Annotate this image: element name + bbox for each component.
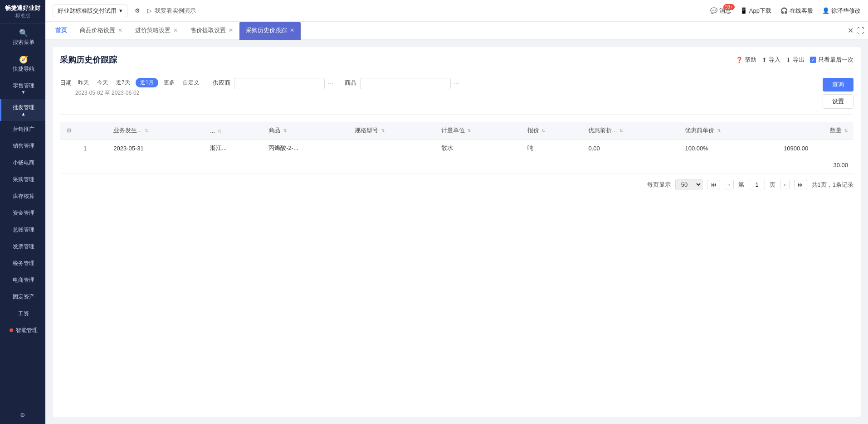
main-content: 好业财标准版交付试用 ▾ ⚙ ▷ 我要看实例演示 💬 消息 99+ 📱 App下… [45,0,868,424]
page-first-button[interactable]: ⏮ [707,180,720,189]
tab-close-extract[interactable]: ✕ [229,27,233,34]
sidebar-item-ecommerce-small[interactable]: 小畅电商 [0,154,45,171]
sidebar-item-tax[interactable]: 税务管理 [0,255,45,272]
sidebar-item-wholesale[interactable]: 批发管理 ▲ [0,99,45,121]
sidebar-item-finance[interactable]: 资金管理 [0,205,45,222]
date-yesterday[interactable]: 昨天 [75,78,92,87]
sidebar-item-sales[interactable]: 销售管理 [0,138,45,154]
gear-settings[interactable]: ⚙ [135,7,140,14]
col-seq [78,122,108,140]
row-seq: 1 [78,140,108,157]
query-button[interactable]: 查询 [823,78,853,92]
date-7days[interactable]: 近7天 [113,78,133,87]
user-menu[interactable]: 👤 徐泽华修改 [822,7,861,15]
date-custom[interactable]: 自定义 [180,78,202,87]
date-today[interactable]: 今天 [94,78,111,87]
col-discount[interactable]: 优惠前折... ⇅ [583,122,679,140]
row-settings [60,140,78,157]
sidebar-item-retail[interactable]: 零售管理 ▼ [0,77,45,99]
col-quantity[interactable]: 数量 ⇅ [778,122,853,140]
sidebar-item-inventory[interactable]: 库存核算 [0,188,45,205]
sidebar-item-search[interactable]: 🔍 搜索菜单 [0,24,45,51]
only-last-checkbox[interactable]: ✓ 只看最后一次 [810,56,853,64]
sidebar-item-invoice[interactable]: 发票管理 [0,238,45,255]
sort-icon: ⇅ [541,128,545,133]
table-header: ⚙ 业务发生... ⇅ ... ⇅ 商品 ⇅ [60,122,853,140]
tab-expand-button[interactable]: ⛶ [857,27,864,35]
tab-home[interactable]: 首页 [49,22,73,40]
sidebar-item-assets[interactable]: 固定资产 [0,289,45,305]
goods-label: 商品 [345,79,356,87]
page-prev-button[interactable]: ‹ [725,180,734,189]
help-link[interactable]: ❓ 帮助 [736,56,756,64]
date-more[interactable]: 更多 [161,78,177,87]
app-download-link[interactable]: 📱 App下载 [740,7,771,15]
user-avatar-icon: 👤 [822,7,829,14]
sidebar-item-smart[interactable]: 智能管理 [0,322,45,339]
date-range-text: 2023-05-02 至 2023-06-02 [75,89,202,97]
filter-actions: 查询 设置 [823,78,853,109]
page-last-button[interactable]: ⏭ [794,180,807,189]
goods-more-icon[interactable]: ··· [454,80,459,88]
page-content: 采购历史价跟踪 ❓ 帮助 ⬆ 导入 ⬇ 导出 ✓ [45,40,868,424]
page-next-button[interactable]: › [780,180,789,189]
table-header-row: ⚙ 业务发生... ⇅ ... ⇅ 商品 ⇅ [60,122,853,140]
tab-extract[interactable]: 售价提取设置 ✕ [184,22,239,40]
col-biz-date[interactable]: 业务发生... ⇅ [108,122,205,140]
supplier-more-icon[interactable]: ··· [327,80,333,88]
tab-close-track[interactable]: ✕ [290,27,294,34]
import-icon: ⬆ [762,57,767,63]
tab-close-button[interactable]: ✕ [848,26,853,35]
col-more[interactable]: ... ⇅ [205,122,263,140]
goods-input[interactable] [360,78,451,89]
date-label: 日期 [60,79,72,87]
supplier-input[interactable] [234,78,325,89]
page-number-input[interactable] [749,180,765,189]
tab-track[interactable]: 采购历史价跟踪 ✕ [239,22,301,40]
pagination-bar: 每页显示 50 100 200 ⏮ ‹ 第 页 › ⏭ 共1页，1条记录 [60,173,853,190]
tab-close-price[interactable]: ✕ [118,27,122,34]
row-discount: 100.00% [679,140,778,157]
sidebar-item-purchase[interactable]: 采购管理 [0,171,45,188]
sidebar-item-quicknav[interactable]: 🧭 快捷导航 [0,51,45,77]
col-unit[interactable]: 计量单位 ⇅ [436,122,522,140]
tab-close-strategy[interactable]: ✕ [173,27,178,34]
supplier-filter-group: 供应商 ··· [213,78,333,89]
gear-icon: ⚙ [20,412,25,419]
message-button[interactable]: 💬 消息 99+ [710,7,731,15]
settings-button[interactable]: 设置 [823,94,853,109]
table-settings-icon[interactable]: ⚙ [66,127,72,134]
settings-button[interactable]: ⚙ [0,406,45,424]
tab-strategy[interactable]: 进价策略设置 ✕ [129,22,184,40]
logo-title: 畅捷通好业财 [5,5,40,12]
sort-icon: ⇅ [381,128,385,133]
online-service-link[interactable]: 🎧 在线客服 [780,7,813,15]
filter-row: 日期 昨天 今天 近7天 近1月 更多 自定义 2023-05-02 至 202… [60,72,853,115]
sidebar-item-ledger[interactable]: 总账管理 [0,222,45,238]
import-link[interactable]: ⬆ 导入 [762,56,780,64]
demo-link[interactable]: ▷ 我要看实例演示 [147,7,196,15]
tab-price[interactable]: 商品价格设置 ✕ [73,22,129,40]
version-selector[interactable]: 好业财标准版交付试用 ▾ [53,5,127,17]
page-size-select[interactable]: 50 100 200 [675,179,702,190]
col-pre-price[interactable]: 优惠前单价 ⇅ [679,122,778,140]
col-quote[interactable]: 报价 ⇅ [522,122,583,140]
sidebar-item-marketing[interactable]: 营销推广 [0,121,45,138]
col-spec[interactable]: 规格型号 ⇅ [349,122,435,140]
export-link[interactable]: ⬇ 导出 [786,56,805,64]
sort-icon: ⇅ [467,128,471,133]
sidebar-item-payroll[interactable]: 工资 [0,305,45,322]
headset-icon: 🎧 [780,7,788,14]
red-dot-indicator [10,328,13,332]
col-goods[interactable]: 商品 ⇅ [263,122,349,140]
version-text: 好业财标准版交付试用 [58,7,117,15]
date-1month[interactable]: 近1月 [136,78,159,87]
row-quote: 0.00 [583,140,679,157]
total-info: 共1页，1条记录 [812,181,853,189]
mobile-icon: 📱 [740,7,747,14]
logo-sub: 标准版 [15,12,30,19]
sidebar-item-ecommerce[interactable]: 电商管理 [0,272,45,289]
chevron-down-icon: ▼ [21,90,26,95]
sidebar: 畅捷通好业财 标准版 🔍 搜索菜单 🧭 快捷导航 零售管理 ▼ 批发管理 ▲ 营… [0,0,45,424]
date-buttons: 昨天 今天 近7天 近1月 更多 自定义 [75,78,202,87]
